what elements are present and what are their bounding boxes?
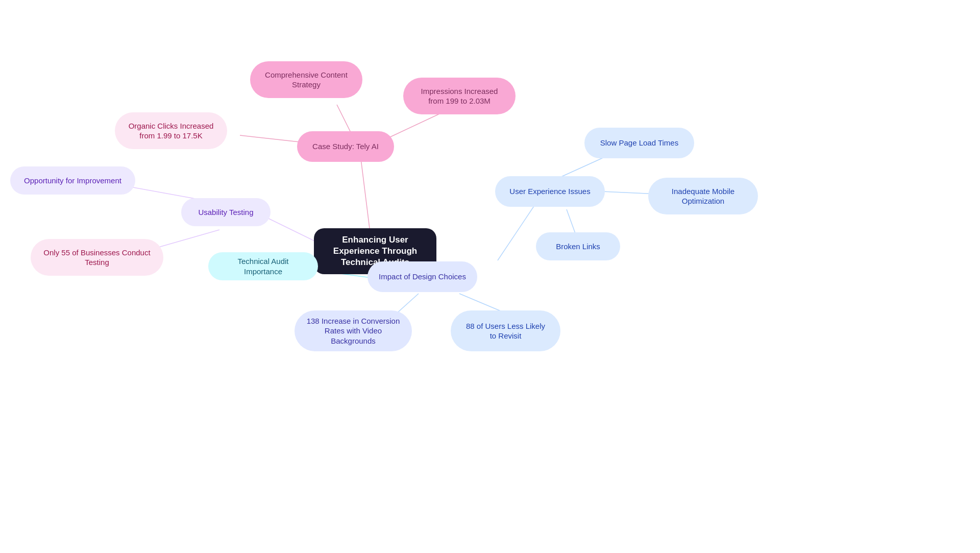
comprehensive-content-label: Comprehensive Content Strategy [261, 70, 351, 90]
broken-links-label: Broken Links [556, 242, 600, 252]
case-study-node: Case Study: Tely AI [297, 131, 394, 162]
opportunity-node: Opportunity for Improvement [10, 166, 135, 195]
user-experience-label: User Experience Issues [509, 186, 590, 197]
svg-line-1 [337, 105, 352, 135]
only-55-node: Only 55 of Businesses Conduct Testing [31, 239, 163, 276]
impressions-label: Impressions Increased from 199 to 2.03M [414, 86, 504, 106]
comprehensive-content-node: Comprehensive Content Strategy [250, 61, 362, 98]
broken-links-node: Broken Links [536, 232, 620, 260]
organic-clicks-node: Organic Clicks Increased from 1.99 to 17… [115, 112, 227, 149]
usability-testing-label: Usability Testing [198, 207, 253, 218]
opportunity-label: Opportunity for Improvement [24, 176, 121, 186]
conversion-rates-node: 138 Increase in Conversion Rates with Vi… [295, 310, 412, 351]
case-study-label: Case Study: Tely AI [312, 141, 379, 152]
impact-design-node: Impact of Design Choices [368, 261, 477, 292]
slow-page-label: Slow Page Load Times [600, 138, 678, 148]
inadequate-mobile-node: Inadequate Mobile Optimization [648, 178, 758, 214]
technical-audit-label: Technical Audit Importance [219, 256, 307, 276]
technical-audit-node: Technical Audit Importance [208, 252, 318, 280]
users-less-likely-node: 88 of Users Less Likely to Revisit [451, 310, 560, 351]
impressions-node: Impressions Increased from 199 to 2.03M [403, 78, 516, 114]
only-55-label: Only 55 of Businesses Conduct Testing [42, 248, 152, 268]
conversion-rates-label: 138 Increase in Conversion Rates with Vi… [306, 316, 401, 346]
impact-design-label: Impact of Design Choices [379, 272, 466, 282]
inadequate-mobile-label: Inadequate Mobile Optimization [659, 186, 747, 206]
slow-page-node: Slow Page Load Times [584, 128, 694, 158]
users-less-likely-label: 88 of Users Less Likely to Revisit [462, 321, 549, 341]
usability-testing-node: Usability Testing [181, 198, 271, 226]
organic-clicks-label: Organic Clicks Increased from 1.99 to 17… [126, 121, 216, 141]
user-experience-node: User Experience Issues [495, 176, 605, 207]
